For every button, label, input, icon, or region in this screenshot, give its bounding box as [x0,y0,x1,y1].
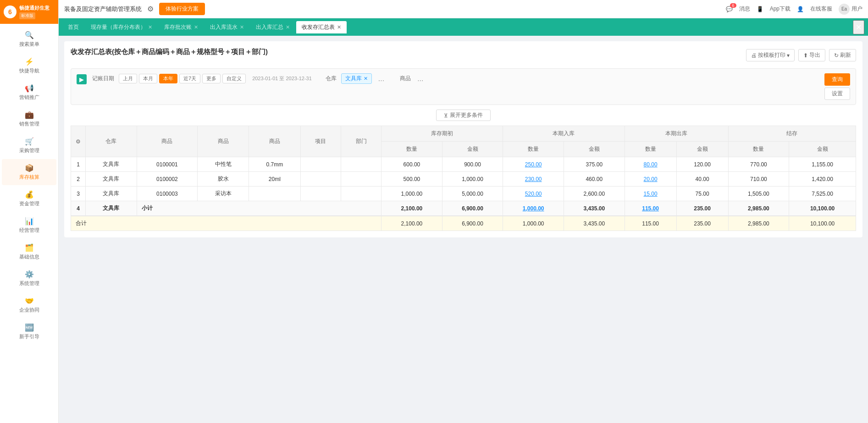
sidebar-icon: 🆕 [25,323,34,332]
date-btn-本月[interactable]: 本月 [139,74,157,83]
sidebar-item-快捷导航[interactable]: ⚡快捷导航 [2,53,56,79]
row-in-qty[interactable]: 250.00 [503,157,564,172]
tab-出入库流水[interactable]: 出入库流水✕ [205,21,249,33]
online-service-icon: 👤 [797,6,804,12]
print-button[interactable]: 🖨 按模板打印 ▾ [746,49,795,61]
message-label[interactable]: 消息 [739,5,750,13]
tab-close-icon[interactable]: ✕ [286,24,290,30]
row-out-amt: 120.00 [676,157,728,172]
row-name: 中性笔 [198,157,249,172]
sidebar-item-企业协同[interactable]: 🤝企业协同 [2,292,56,318]
goods-label: 商品 [400,75,411,82]
date-label: 记账日期 [92,75,114,82]
tab-label: 库存批次账 [164,23,192,31]
sidebar-item-新手引导[interactable]: 🆕新手引导 [2,319,56,345]
row-in-qty[interactable]: 520.00 [503,187,564,201]
page-title: 收发存汇总表(按仓库＋商品编码＋商品＋规格型号＋项目＋部门) [71,48,268,56]
query-button[interactable]: 查询 [824,73,850,86]
date-btn-上月[interactable]: 上月 [119,74,137,83]
tab-close-icon[interactable]: ✕ [148,24,152,30]
goods-more-button[interactable]: ... [415,75,425,83]
tab-出入库汇总[interactable]: 出入库汇总✕ [250,21,295,33]
user-menu[interactable]: Ea 用户 [839,4,862,15]
tab-label: 首页 [68,23,79,31]
row-warehouse: 文具库 [86,157,137,172]
online-service-label[interactable]: 在线客服 [810,5,832,13]
sidebar-icon: 💰 [25,190,34,199]
sidebar-item-基础信息[interactable]: 🗂️基础信息 [2,239,56,265]
row-in-qty[interactable]: 230.00 [503,172,564,187]
row-open-amt: 5,000.00 [442,187,503,201]
tab-收发存汇总表[interactable]: 收发存汇总表✕ [296,21,347,33]
table-body: 1 文具库 0100001 中性笔 0.7mm 600.00 900.00 25… [71,157,856,216]
sidebar-icon: 🔍 [25,31,34,39]
refresh-button[interactable]: ↻ 刷新 [829,49,856,61]
print-chevron-icon: ▾ [787,52,790,59]
trial-button[interactable]: 体验行业方案 [159,3,205,15]
print-label: 按模板打印 [758,51,785,59]
th-period-out: 本期出库 [625,126,728,142]
table-row: 3 文具库 0100003 采访本 1,000.00 5,000.00 520.… [71,187,856,201]
sidebar-item-搜索菜单[interactable]: 🔍搜索菜单 [2,26,56,52]
sub-open-amt: 6,900.00 [442,201,503,216]
setting-button[interactable]: 设置 [824,88,850,100]
tab-close-icon[interactable]: ✕ [337,24,341,30]
date-btn-更多[interactable]: 更多 [202,74,221,83]
th-out-amt: 金额 [676,142,728,157]
tab-首页[interactable]: 首页 [62,21,84,33]
tab-库存批次账[interactable]: 库存批次账✕ [159,21,204,33]
sidebar-item-资金管理[interactable]: 💰资金管理 [2,186,56,212]
tab-close-icon[interactable]: ✕ [240,24,244,30]
close-all-tabs-button[interactable]: ✕ [853,20,864,34]
sidebar-item-系统管理[interactable]: ⚙️系统管理 [2,265,56,291]
page-card: 收发存汇总表(按仓库＋商品编码＋商品＋规格型号＋项目＋部门) 🖨 按模板打印 ▾… [64,41,862,237]
export-button[interactable]: ⬆ 导出 [798,49,825,61]
th-bal-qty: 数量 [728,142,789,157]
message-icon-wrap[interactable]: 💬 6 [726,6,733,12]
gear-button[interactable]: ⚙ [147,5,154,13]
expand-more-button[interactable]: ⊻ 展开更多条件 [436,110,491,121]
row-out-qty[interactable]: 20.00 [625,172,676,187]
row-bal-qty: 770.00 [728,157,789,172]
sidebar-label: 基础信息 [19,253,39,260]
sidebar-item-采购管理[interactable]: 🛒采购管理 [2,132,56,159]
th-out-qty: 数量 [625,142,676,157]
th-warehouse: 仓库 [86,126,137,157]
avatar: Ea [839,4,850,15]
sub-out-qty[interactable]: 115.00 [625,201,676,216]
warehouse-tag-close[interactable]: ✕ [364,76,368,82]
sidebar-item-营销推广[interactable]: 📢营销推广 [2,79,56,105]
tab-close-icon[interactable]: ✕ [194,24,198,30]
row-name: 胶水 [198,172,249,187]
sidebar-item-销售管理[interactable]: 💼销售管理 [2,106,56,132]
th-open-qty: 数量 [381,142,442,157]
tab-label: 现存量（库存分布表） [91,23,146,31]
total-bal-qty: 2,985.00 [728,216,789,231]
date-btn-近7天[interactable]: 近7天 [179,74,200,83]
row-out-qty[interactable]: 80.00 [625,157,676,172]
filter-collapse-button[interactable]: ▶ [77,74,87,84]
warehouse-more-button[interactable]: ... [376,75,386,83]
date-btn-本年[interactable]: 本年 [159,74,177,83]
sub-in-qty[interactable]: 1,000.00 [503,201,564,216]
tab-现存量（库存分布表）[interactable]: 现存量（库存分布表）✕ [85,21,158,33]
warehouse-tag: 文具库 ✕ [341,73,372,84]
th-period-in: 本期入库 [503,126,625,142]
row-out-qty[interactable]: 15.00 [625,187,676,201]
date-buttons: 上月本月本年近7天更多自定义 [119,74,246,83]
th-code: 商品 [137,126,198,157]
row-open-qty: 1,000.00 [381,187,442,201]
sidebar-item-库存核算[interactable]: 📦库存核算 [2,159,56,185]
sub-bal-amt: 10,100.00 [789,201,856,216]
sidebar-item-经营管理[interactable]: 📊经营管理 [2,212,56,238]
row-project [300,187,341,201]
sidebar-label: 营销推广 [19,94,39,101]
sidebar: 6 畅捷通好生意 标准版 🔍搜索菜单⚡快捷导航📢营销推广💼销售管理🛒采购管理📦库… [0,0,59,423]
row-out-amt: 75.00 [676,187,728,201]
sidebar-icon: 🛒 [25,137,34,146]
sidebar-icon: 📊 [25,217,34,225]
table-header-group-row: ⚙ 仓库 商品 商品 商品 项目 部门 库存期初 本期入库 本期出库 结存 [71,126,856,142]
app-download-label[interactable]: App下载 [770,5,791,13]
date-btn-自定义[interactable]: 自定义 [222,74,246,83]
row-spec [249,187,300,201]
